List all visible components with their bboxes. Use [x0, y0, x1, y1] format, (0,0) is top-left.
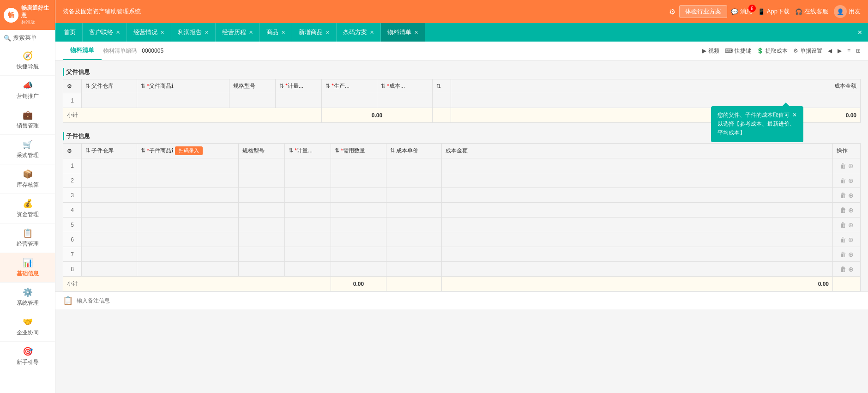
- parent-cost-cell[interactable]: [377, 93, 433, 108]
- grid-view-btn[interactable]: ⊞: [856, 48, 861, 54]
- tab-barcode[interactable]: 条码方案 ✕: [337, 23, 381, 42]
- close-all-tabs[interactable]: ✕: [854, 29, 866, 36]
- tab-customer[interactable]: 客户联络 ✕: [83, 23, 127, 42]
- delete-icon[interactable]: 🗑: [840, 192, 846, 199]
- child-warehouse-3[interactable]: [82, 188, 137, 203]
- child-product-6[interactable]: [137, 232, 239, 247]
- tab-products-close[interactable]: ✕: [281, 30, 285, 36]
- child-warehouse-7[interactable]: [82, 247, 137, 262]
- child-qty-3[interactable]: [331, 188, 386, 203]
- child-price-1[interactable]: [386, 158, 442, 173]
- child-price-2[interactable]: [386, 173, 442, 188]
- child-warehouse-8[interactable]: [82, 262, 137, 277]
- single-settings-btn[interactable]: ⚙ 单据设置: [793, 47, 822, 55]
- child-product-8[interactable]: [137, 262, 239, 277]
- tab-history-close[interactable]: ✕: [249, 30, 253, 36]
- sidebar-item-system[interactable]: ⚙️ 系统管理: [0, 283, 55, 312]
- user-menu[interactable]: 👤 用友: [834, 5, 861, 18]
- settings-button[interactable]: ⚙: [669, 7, 675, 16]
- child-product-7[interactable]: [137, 247, 239, 262]
- sidebar-item-inventory[interactable]: 📦 库存核算: [0, 164, 55, 194]
- child-product-1[interactable]: [137, 158, 239, 173]
- child-qty-1[interactable]: [331, 158, 386, 173]
- sidebar-item-finance[interactable]: 💰 资金管理: [0, 194, 55, 224]
- child-spec-4[interactable]: [239, 203, 285, 218]
- child-unit-6[interactable]: [285, 232, 331, 247]
- scan-button[interactable]: 扫码录入: [175, 146, 203, 155]
- child-qty-5[interactable]: [331, 218, 386, 232]
- child-spec-7[interactable]: [239, 247, 285, 262]
- child-price-4[interactable]: [386, 203, 442, 218]
- child-price-6[interactable]: [386, 232, 442, 247]
- child-unit-2[interactable]: [285, 173, 331, 188]
- copy-icon[interactable]: ⊕: [848, 236, 854, 243]
- child-product-5[interactable]: [137, 218, 239, 232]
- sidebar-item-operations[interactable]: 📋 经营管理: [0, 224, 55, 253]
- child-unit-3[interactable]: [285, 188, 331, 203]
- child-spec-6[interactable]: [239, 232, 285, 247]
- child-spec-2[interactable]: [239, 173, 285, 188]
- child-warehouse-4[interactable]: [82, 203, 137, 218]
- parent-warehouse-cell[interactable]: [82, 93, 137, 108]
- child-qty-7[interactable]: [331, 247, 386, 262]
- child-price-3[interactable]: [386, 188, 442, 203]
- settings-icon[interactable]: ⚙: [67, 83, 72, 90]
- tab-bom[interactable]: 物料清单 ✕: [381, 23, 425, 42]
- sidebar-item-purchase[interactable]: 🛒 采购管理: [0, 135, 55, 164]
- child-spec-8[interactable]: [239, 262, 285, 277]
- tab-barcode-close[interactable]: ✕: [370, 30, 374, 36]
- child-unit-4[interactable]: [285, 203, 331, 218]
- child-product-4[interactable]: [137, 203, 239, 218]
- delete-icon[interactable]: 🗑: [840, 206, 846, 214]
- shortcut-btn[interactable]: ⌨ 快捷键: [725, 47, 751, 55]
- remark-input[interactable]: [77, 297, 861, 304]
- child-unit-1[interactable]: [285, 158, 331, 173]
- tab-bom-close[interactable]: ✕: [414, 30, 418, 36]
- settings-icon[interactable]: ⚙: [67, 148, 72, 154]
- copy-icon[interactable]: ⊕: [848, 192, 854, 199]
- delete-icon[interactable]: 🗑: [840, 162, 846, 169]
- child-spec-3[interactable]: [239, 188, 285, 203]
- copy-icon[interactable]: ⊕: [848, 162, 854, 169]
- parent-spec-cell[interactable]: [229, 93, 276, 108]
- child-product-3[interactable]: [137, 188, 239, 203]
- sidebar-item-marketing[interactable]: 📣 营销推广: [0, 76, 55, 105]
- parent-product-cell[interactable]: [137, 93, 229, 108]
- delete-icon[interactable]: 🗑: [840, 236, 846, 243]
- tab-operations-status[interactable]: 经营情况 ✕: [127, 23, 171, 42]
- child-warehouse-2[interactable]: [82, 173, 137, 188]
- tab-newprod-close[interactable]: ✕: [326, 30, 330, 36]
- child-spec-5[interactable]: [239, 218, 285, 232]
- delete-icon[interactable]: 🗑: [840, 266, 846, 273]
- online-service-button[interactable]: 🎧 在线客服: [795, 7, 828, 16]
- tooltip-close[interactable]: ✕: [792, 111, 797, 120]
- tab-profit-close[interactable]: ✕: [205, 30, 209, 36]
- tab-profit[interactable]: 利润报告 ✕: [171, 23, 216, 42]
- delete-icon[interactable]: 🗑: [840, 221, 846, 229]
- child-spec-1[interactable]: [239, 158, 285, 173]
- list-view-btn[interactable]: ≡: [847, 48, 850, 54]
- extract-cost-btn[interactable]: 💲 提取成本: [757, 47, 788, 55]
- sidebar-item-quick-nav[interactable]: 🧭 快捷导航: [0, 46, 55, 76]
- child-qty-8[interactable]: [331, 262, 386, 277]
- next-btn[interactable]: ▶: [838, 48, 842, 54]
- prev-btn[interactable]: ◀: [828, 48, 832, 54]
- trial-button[interactable]: 体验行业方案: [679, 5, 727, 18]
- sidebar-item-basic-info[interactable]: 📊 基础信息: [0, 253, 55, 283]
- sidebar-item-newbie[interactable]: 🎯 新手引导: [0, 342, 55, 371]
- child-price-5[interactable]: [386, 218, 442, 232]
- child-warehouse-6[interactable]: [82, 232, 137, 247]
- child-price-8[interactable]: [386, 262, 442, 277]
- child-qty-2[interactable]: [331, 173, 386, 188]
- delete-icon[interactable]: 🗑: [840, 177, 846, 184]
- sidebar-search[interactable]: 🔍 搜索菜单: [0, 30, 55, 46]
- child-warehouse-5[interactable]: [82, 218, 137, 232]
- child-qty-6[interactable]: [331, 232, 386, 247]
- child-qty-4[interactable]: [331, 203, 386, 218]
- child-product-2[interactable]: [137, 173, 239, 188]
- tab-home[interactable]: 首页: [57, 23, 83, 42]
- child-unit-5[interactable]: [285, 218, 331, 232]
- copy-icon[interactable]: ⊕: [848, 266, 854, 273]
- sub-tab-bom-list[interactable]: 物料清单: [63, 42, 102, 60]
- copy-icon[interactable]: ⊕: [848, 206, 854, 214]
